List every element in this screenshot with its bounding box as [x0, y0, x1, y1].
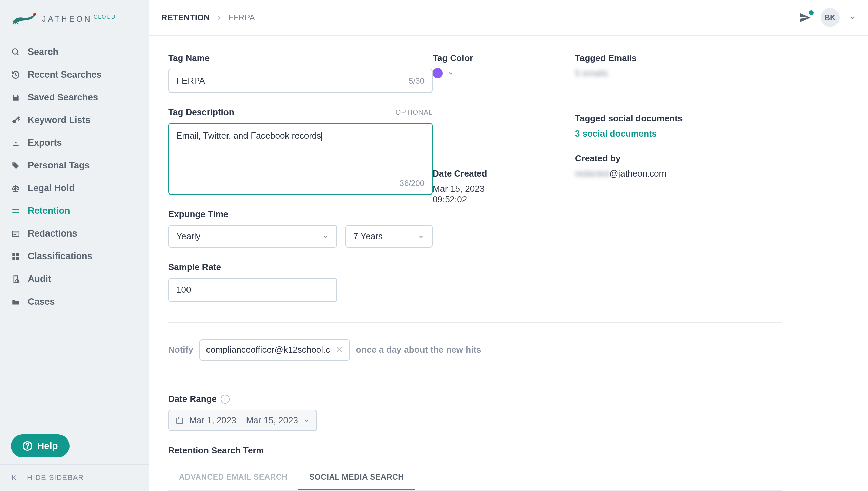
- sidebar: JATHEONCLOUD Search Recent Searches Save…: [0, 0, 149, 491]
- sidebar-item-personal-tags[interactable]: Personal Tags: [4, 154, 145, 177]
- tag-desc-label: Tag Description OPTIONAL: [168, 107, 433, 118]
- tab-advanced-email[interactable]: ADVANCED EMAIL SEARCH: [168, 466, 298, 490]
- chevron-right-icon: [216, 15, 222, 21]
- tag-color-select[interactable]: [433, 68, 575, 78]
- sidebar-item-label: Recent Searches: [28, 69, 102, 80]
- sidebar-item-audit[interactable]: Audit: [4, 268, 145, 290]
- svg-point-16: [16, 279, 19, 282]
- logo-text: JATHEONCLOUD: [42, 14, 116, 24]
- notify-row: Notify complianceofficer@k12school.c ✕ o…: [168, 339, 849, 361]
- divider: [168, 322, 782, 323]
- sidebar-item-label: Personal Tags: [28, 160, 90, 171]
- created-by-value: redacted@jatheon.com: [575, 168, 849, 179]
- svg-rect-14: [12, 257, 15, 260]
- sidebar-item-label: Legal Hold: [28, 183, 75, 193]
- svg-line-2: [17, 53, 18, 55]
- search-tabs: ADVANCED EMAIL SEARCH SOCIAL MEDIA SEARC…: [168, 466, 849, 490]
- sidebar-item-label: Retention: [28, 206, 70, 216]
- sidebar-item-label: Audit: [28, 274, 51, 284]
- chevron-down-icon: [418, 233, 425, 240]
- optional-badge: OPTIONAL: [396, 108, 433, 116]
- svg-point-4: [13, 163, 14, 164]
- svg-rect-13: [16, 253, 19, 256]
- expunge-period-select[interactable]: Yearly: [168, 225, 337, 248]
- tag-name-label: Tag Name: [168, 53, 433, 63]
- breadcrumb-sub: FERPA: [228, 13, 255, 22]
- clear-icon[interactable]: ✕: [336, 345, 343, 355]
- svg-rect-5: [12, 209, 15, 210]
- header: RETENTION FERPA BK: [149, 0, 868, 36]
- sidebar-item-label: Cases: [28, 296, 55, 307]
- sidebar-item-redactions[interactable]: Redactions: [4, 222, 145, 245]
- chevron-down-icon: [303, 417, 310, 424]
- user-avatar[interactable]: BK: [821, 8, 840, 27]
- scale-icon: [11, 184, 20, 193]
- expunge-duration-select[interactable]: 7 Years: [345, 225, 433, 248]
- tag-desc-input[interactable]: Email, Twitter, and Facebook records 36/…: [168, 123, 433, 195]
- chevron-down-icon[interactable]: [849, 14, 856, 21]
- created-by-label: Created by: [575, 153, 849, 164]
- sidebar-item-cases[interactable]: Cases: [4, 290, 145, 313]
- logo-mark-icon: [9, 10, 39, 27]
- date-created-time: 09:52:02: [433, 194, 575, 205]
- divider: [168, 377, 782, 377]
- history-icon: [11, 70, 20, 80]
- sample-rate-input[interactable]: 100: [168, 278, 337, 302]
- logo: JATHEONCLOUD: [0, 0, 149, 41]
- tag-name-input[interactable]: FERPA 5/30: [168, 69, 433, 93]
- chevron-down-icon: [448, 70, 454, 76]
- sidebar-item-search[interactable]: Search: [4, 41, 145, 63]
- help-icon: [22, 441, 33, 451]
- main: RETENTION FERPA BK Tag Nam: [149, 0, 868, 491]
- date-created-value: Mar 15, 2023: [433, 184, 575, 194]
- tagged-social-label: Tagged social documents: [575, 113, 849, 124]
- sidebar-item-recent-searches[interactable]: Recent Searches: [4, 63, 145, 86]
- svg-point-0: [33, 13, 36, 16]
- notify-label: Notify: [168, 345, 193, 355]
- sidebar-item-retention[interactable]: Retention: [4, 200, 145, 222]
- sidebar-item-classifications[interactable]: Classifications: [4, 245, 145, 268]
- key-icon: [11, 116, 20, 125]
- hide-sidebar-button[interactable]: HIDE SIDEBAR: [0, 464, 149, 491]
- tag-name-counter: 5/30: [409, 76, 425, 86]
- search-term-label: Retention Search Term: [168, 445, 849, 456]
- breadcrumb-main[interactable]: RETENTION: [161, 13, 210, 22]
- info-icon[interactable]: i: [221, 395, 230, 404]
- notify-email-input[interactable]: complianceofficer@k12school.c ✕: [199, 339, 350, 361]
- sidebar-item-saved-searches[interactable]: Saved Searches: [4, 86, 145, 109]
- help-button[interactable]: Help: [11, 434, 70, 457]
- classification-icon: [11, 252, 20, 261]
- sidebar-item-keyword-lists[interactable]: Keyword Lists: [4, 109, 145, 131]
- svg-line-17: [18, 282, 19, 283]
- notification-dot-icon: [809, 10, 814, 15]
- sidebar-item-label: Saved Searches: [28, 92, 98, 103]
- folder-icon: [11, 297, 20, 307]
- date-range-select[interactable]: Mar 1, 2023 – Mar 15, 2023: [168, 410, 317, 431]
- breadcrumb: RETENTION FERPA: [161, 13, 255, 22]
- svg-rect-8: [16, 212, 19, 213]
- svg-rect-21: [177, 418, 183, 424]
- tag-desc-counter: 36/200: [400, 179, 425, 188]
- chevron-down-icon: [322, 233, 329, 240]
- retention-icon: [11, 206, 20, 216]
- sidebar-item-label: Classifications: [28, 251, 93, 262]
- sidebar-item-exports[interactable]: Exports: [4, 131, 145, 154]
- tagged-social-link[interactable]: 3 social documents: [575, 128, 849, 139]
- svg-rect-6: [12, 212, 15, 213]
- svg-rect-15: [16, 257, 19, 260]
- sidebar-item-legal-hold[interactable]: Legal Hold: [4, 177, 145, 200]
- sidebar-item-label: Search: [28, 47, 58, 57]
- expunge-label: Expunge Time: [168, 209, 433, 220]
- tab-social-media[interactable]: SOCIAL MEDIA SEARCH: [298, 466, 415, 490]
- collapse-icon: [11, 474, 19, 482]
- svg-point-1: [12, 49, 17, 54]
- audit-icon: [11, 274, 20, 284]
- sidebar-item-label: Keyword Lists: [28, 115, 91, 125]
- save-icon: [11, 93, 20, 102]
- svg-rect-7: [16, 209, 19, 210]
- tagged-emails-label: Tagged Emails: [575, 53, 849, 63]
- svg-rect-9: [12, 231, 19, 236]
- sidebar-item-label: Redactions: [28, 228, 77, 239]
- sample-rate-label: Sample Rate: [168, 262, 433, 272]
- send-button[interactable]: [799, 12, 811, 24]
